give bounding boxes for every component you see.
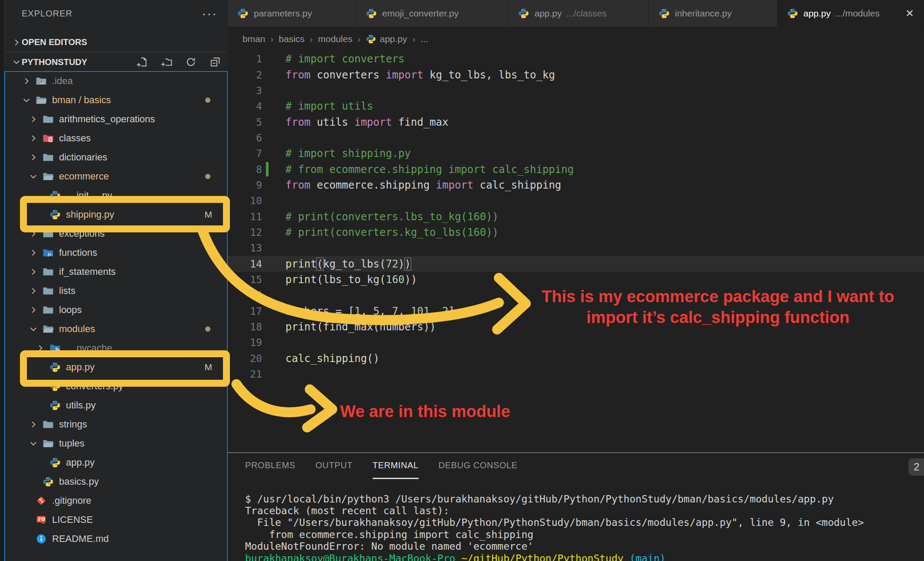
panel-tab-output[interactable]: OUTPUT	[315, 453, 353, 479]
code-line-13[interactable]: 13	[228, 240, 924, 256]
line-number: 16	[228, 290, 262, 301]
chevron-down-icon[interactable]	[28, 172, 39, 181]
code-line-3[interactable]: 3	[228, 83, 924, 98]
chevron-down-icon[interactable]	[11, 57, 22, 67]
tree-item-utils.py[interactable]: utils.py	[4, 396, 227, 415]
breadcrumb-separator: ›	[413, 34, 416, 44]
code-line-12[interactable]: 12# print(converters.kg_to_lbs(160))	[228, 225, 924, 240]
tree-item-exceptions[interactable]: exceptions	[4, 224, 227, 243]
code-line-16[interactable]: 16	[228, 287, 924, 303]
chevron-right-icon[interactable]	[28, 248, 39, 258]
chevron-right-icon[interactable]	[35, 343, 46, 353]
tree-item-license[interactable]: LICENSE	[4, 510, 227, 529]
tree-item-classes[interactable]: classes	[4, 129, 227, 148]
breadcrumb-item-modules[interactable]: modules	[318, 34, 352, 44]
chevron-right-icon[interactable]	[28, 153, 39, 162]
breadcrumb-item-app.py[interactable]: app.py	[366, 34, 407, 44]
code-line-7[interactable]: 7# import shipping.py	[228, 146, 924, 161]
refresh-icon[interactable]	[184, 55, 197, 68]
tree-item-functions[interactable]: fxfunctions	[4, 243, 227, 262]
code-line-8[interactable]: 8# from ecommerce.shipping import calc_s…	[228, 161, 924, 177]
tree-item--init-.py[interactable]: __init__.py	[4, 186, 227, 205]
tab-inheritance.py[interactable]: inheritance.py	[649, 0, 777, 27]
tree-item-dictionaries[interactable]: dictionaries	[4, 148, 227, 167]
breadcrumb-item-...[interactable]: ...	[421, 34, 429, 44]
chevron-right-icon[interactable]	[21, 76, 32, 86]
tree-item-basics.py[interactable]: basics.py	[4, 472, 227, 491]
code-line-15[interactable]: 15print(lbs_to_kg(160))	[228, 272, 924, 287]
chevron-down-icon[interactable]	[28, 324, 39, 334]
folder-icon	[43, 419, 54, 430]
code-line-6[interactable]: 6	[228, 130, 924, 146]
code-line-17[interactable]: 17numbers = [1, 5, 7, 101, 2]	[228, 303, 924, 319]
chevron-right-icon[interactable]	[28, 134, 39, 143]
tree-item-label: __pycache__	[66, 342, 123, 354]
close-icon[interactable]: ✕	[894, 7, 914, 20]
folder-idea-icon	[36, 75, 47, 87]
git-modified-dot	[205, 174, 210, 179]
code-line-2[interactable]: 2from converters import kg_to_lbs, lbs_t…	[228, 67, 924, 82]
chevron-right-icon[interactable]	[28, 305, 39, 315]
panel-tab-problems[interactable]: PROBLEMS	[245, 453, 295, 479]
tree-item-tuples[interactable]: tuples	[4, 434, 227, 453]
tree-item-bman-basics[interactable]: bman / basics	[4, 91, 227, 110]
code-line-18[interactable]: 18print(find_max(numbers))	[228, 319, 924, 335]
tab-app.py----classes[interactable]: app.py.../classes	[508, 0, 649, 27]
breadcrumb-item-bman[interactable]: bman	[242, 34, 265, 44]
code-line-20[interactable]: 20calc_shipping()	[228, 351, 924, 366]
code-line-9[interactable]: 9from ecommerce.shipping import calc_shi…	[228, 177, 924, 193]
tree-item-if-statements[interactable]: if_statements	[4, 262, 227, 281]
folder-open-icon	[43, 171, 54, 182]
chevron-right-icon[interactable]	[28, 229, 39, 238]
tab-parameters.py[interactable]: parameters.py	[228, 0, 356, 27]
tab-emoji_converter.py[interactable]: emoji_converter.py	[356, 0, 508, 27]
code-line-4[interactable]: 4# import utils	[228, 98, 924, 114]
code-line-11[interactable]: 11# print(converters.lbs_to_kg(160))	[228, 209, 924, 224]
new-file-icon[interactable]	[136, 55, 149, 68]
line-number: 10	[228, 195, 262, 206]
breadcrumb-item-basics[interactable]: basics	[279, 34, 305, 44]
chevron-right-icon[interactable]	[11, 37, 22, 48]
code-line-1[interactable]: 1# import converters	[228, 51, 924, 67]
code-text: numbers = [1, 5, 7, 101, 2]	[285, 305, 455, 317]
tree-item-arithmetics-operations[interactable]: arithmetics_operations	[4, 110, 227, 129]
code-text: calc_shipping()	[285, 352, 380, 365]
tree-item-.gitignore[interactable]: .gitignore	[4, 491, 227, 510]
chevron-down-icon[interactable]	[28, 439, 39, 448]
panel-tab-debug-console[interactable]: DEBUG CONSOLE	[439, 453, 518, 479]
tree-item-modules[interactable]: modules	[4, 320, 227, 339]
terminal-output[interactable]: $ /usr/local/bin/python3 /Users/burakhan…	[245, 493, 920, 561]
chevron-right-icon[interactable]	[28, 420, 39, 429]
new-folder-icon[interactable]	[160, 55, 173, 68]
open-editors-section[interactable]: OPEN EDITORS	[4, 33, 228, 52]
explorer-title: EXPLORER	[22, 9, 72, 19]
tree-item-app.py[interactable]: app.pyM	[4, 358, 227, 377]
code-line-5[interactable]: 5from utils import find_max	[228, 114, 924, 130]
chevron-right-icon[interactable]	[28, 286, 39, 296]
tree-item-app.py[interactable]: app.py	[4, 453, 227, 472]
code-line-14[interactable]: 14print(kg_to_lbs(72))	[228, 256, 924, 271]
panel-tab-terminal[interactable]: TERMINAL	[373, 453, 419, 479]
tree-item-converters.py[interactable]: converters.py	[4, 377, 227, 396]
collapse-all-icon[interactable]	[209, 55, 222, 68]
code-editor[interactable]: 1# import converters2from converters imp…	[228, 51, 924, 452]
project-section-header[interactable]: PYTHONSTUDY	[4, 52, 228, 72]
chevron-right-icon[interactable]	[28, 267, 39, 277]
tree-item-lists[interactable]: lists	[4, 281, 227, 300]
tree-item-ecommerce[interactable]: ecommerce	[4, 167, 227, 186]
chevron-down-icon[interactable]	[21, 95, 32, 105]
tree-item-shipping.py[interactable]: shipping.pyM	[4, 205, 227, 224]
tree-item-.idea[interactable]: .idea	[4, 72, 227, 91]
code-line-10[interactable]: 10	[228, 193, 924, 209]
chevron-right-icon[interactable]	[28, 114, 39, 124]
more-actions-icon[interactable]: ···	[202, 9, 217, 18]
code-line-19[interactable]: 19	[228, 335, 924, 350]
tree-item-strings[interactable]: strings	[4, 415, 227, 434]
tree-item-loops[interactable]: loops	[4, 300, 227, 320]
tree-item-readme.md[interactable]: README.md	[4, 529, 227, 548]
tab-app.py----modules[interactable]: app.py.../modules✕	[777, 0, 924, 27]
tree-item--pycache-[interactable]: __pycache__	[4, 339, 227, 358]
terminal-count-badge[interactable]: 2	[908, 458, 924, 476]
code-line-21[interactable]: 21	[228, 366, 924, 382]
folder-open-icon	[43, 438, 54, 449]
